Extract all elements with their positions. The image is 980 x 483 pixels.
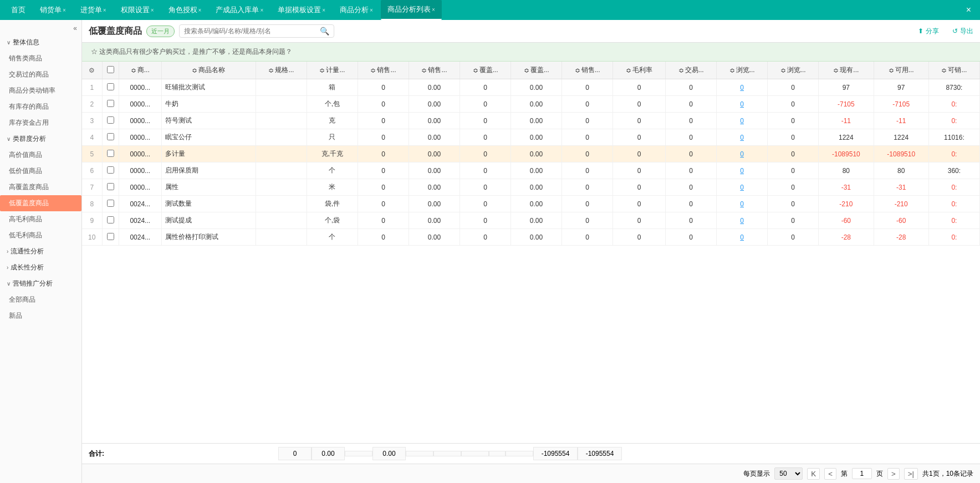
- row-checkbox[interactable]: [102, 162, 119, 179]
- row-checkbox[interactable]: [102, 146, 119, 162]
- spec-column-header[interactable]: ≎ 规格...: [256, 62, 307, 79]
- nav-close-template[interactable]: ×: [322, 7, 325, 13]
- row-browse1[interactable]: 0: [717, 229, 768, 246]
- browse2-column-header[interactable]: ≎ 浏览...: [768, 62, 819, 79]
- nav-close-analysis-list[interactable]: ×: [432, 7, 435, 13]
- row-sales-days: 0: [562, 179, 613, 196]
- row-browse1[interactable]: 0: [717, 129, 768, 146]
- nav-production[interactable]: 产成品入库单 ×: [209, 0, 270, 20]
- row-browse1[interactable]: 0: [717, 179, 768, 196]
- gross-rate-column-header[interactable]: ≎ 毛利率: [613, 62, 666, 79]
- coverage1-column-header[interactable]: ≎ 覆盖...: [460, 62, 511, 79]
- row-checkbox[interactable]: [102, 113, 119, 129]
- nav-home[interactable]: 首页: [4, 0, 32, 20]
- nav-purchase[interactable]: 进货单 ×: [74, 0, 113, 20]
- nav-close-purchase[interactable]: ×: [103, 7, 106, 13]
- row-browse1[interactable]: 0: [717, 146, 768, 162]
- sidebar-item-high-value[interactable]: 高价值商品: [0, 147, 81, 163]
- nav-permissions[interactable]: 权限设置 ×: [114, 0, 161, 20]
- row-browse1[interactable]: 0: [717, 212, 768, 229]
- row-gross-rate: 0: [613, 162, 666, 179]
- sidebar-section-flow[interactable]: › 流通性分析: [0, 243, 81, 260]
- share-button[interactable]: ⬆ 分享: [918, 27, 939, 36]
- row-checkbox[interactable]: [102, 196, 119, 212]
- sidebar-section-marketing[interactable]: ∨ 营销推广分析: [0, 276, 81, 292]
- sidebar-item-low-value[interactable]: 低价值商品: [0, 163, 81, 179]
- sidebar-item-high-margin[interactable]: 高毛利商品: [0, 211, 81, 227]
- trade-column-header[interactable]: ≎ 交易...: [666, 62, 717, 79]
- row-sales-days: 0: [562, 196, 613, 212]
- row-gross-rate: 0: [613, 196, 666, 212]
- sales-amount-column-header[interactable]: ≎ 销售...: [409, 62, 460, 79]
- nav-close-sales[interactable]: ×: [63, 7, 66, 13]
- sidebar-section-cluster[interactable]: ∨ 类群度分析: [0, 131, 81, 147]
- nav-close-product-analysis[interactable]: ×: [370, 7, 373, 13]
- sidebar-item-low-margin[interactable]: 低毛利商品: [0, 227, 81, 243]
- column-settings-icon[interactable]: ⚙: [89, 67, 95, 74]
- sidebar-item-high-coverage[interactable]: 高覆盖度商品: [0, 179, 81, 195]
- row-checkbox[interactable]: [102, 179, 119, 196]
- sidebar-collapse-button[interactable]: «: [0, 22, 81, 34]
- row-checkbox[interactable]: [102, 229, 119, 246]
- sellable-column-header[interactable]: ≎ 可销...: [928, 62, 979, 79]
- unit-column-header[interactable]: ≎ 计量...: [307, 62, 358, 79]
- export-button[interactable]: ↺ 导出: [952, 27, 973, 36]
- row-browse1[interactable]: 0: [717, 79, 768, 96]
- row-checkbox[interactable]: [102, 129, 119, 146]
- row-gross-rate: 0: [613, 179, 666, 196]
- sidebar-item-inventory-funds[interactable]: 库存资金占用: [0, 115, 81, 131]
- row-browse1[interactable]: 0: [717, 96, 768, 113]
- content-header: 低覆盖度商品 近一月 🔍 ⬆ 分享 ↺ 导出: [82, 20, 980, 43]
- sidebar-item-traded-goods[interactable]: 交易过的商品: [0, 67, 81, 83]
- row-browse1[interactable]: 0: [717, 113, 768, 129]
- name-column-header[interactable]: ≎ 商品名称: [161, 62, 256, 79]
- sidebar-item-in-stock[interactable]: 有库存的商品: [0, 99, 81, 115]
- sidebar-item-new-goods[interactable]: 新品: [0, 308, 81, 324]
- row-browse1[interactable]: 0: [717, 162, 768, 179]
- nav-analysis-list[interactable]: 商品分析列表 ×: [381, 0, 442, 20]
- sidebar-item-category-rate[interactable]: 商品分类动销率: [0, 83, 81, 99]
- per-page-select[interactable]: 50 10 20 100: [774, 467, 803, 480]
- row-coverage1: 0: [460, 113, 511, 129]
- row-spec: [256, 179, 307, 196]
- nav-sales-order[interactable]: 销货单 ×: [33, 0, 73, 20]
- nav-product-analysis[interactable]: 商品分析 ×: [333, 0, 380, 20]
- row-coverage2: 0.00: [511, 179, 562, 196]
- nav-close-permissions[interactable]: ×: [151, 7, 154, 13]
- nav-close-roles[interactable]: ×: [198, 7, 202, 13]
- nav-roles[interactable]: 角色授权 ×: [162, 0, 208, 20]
- row-checkbox[interactable]: [102, 212, 119, 229]
- row-checkbox[interactable]: [102, 79, 119, 96]
- search-input[interactable]: [184, 27, 318, 35]
- first-page-button[interactable]: K: [807, 468, 820, 480]
- time-filter-badge[interactable]: 近一月: [146, 26, 175, 37]
- sidebar-item-low-coverage[interactable]: 低覆盖度商品: [0, 195, 81, 211]
- prev-page-button[interactable]: <: [824, 468, 836, 480]
- row-browse1[interactable]: 0: [717, 196, 768, 212]
- coverage2-column-header[interactable]: ≎ 覆盖...: [511, 62, 562, 79]
- sidebar: « ∨ 整体信息 销售类商品 交易过的商品 商品分类动销率 有库存的商品 库存资…: [0, 20, 82, 483]
- code-column-header[interactable]: ≎ 商...: [119, 62, 161, 79]
- nav-window-close[interactable]: ×: [962, 5, 976, 15]
- select-all-checkbox[interactable]: [107, 66, 114, 73]
- row-browse2: 0: [768, 113, 819, 129]
- row-checkbox[interactable]: [102, 96, 119, 113]
- next-page-button[interactable]: >: [887, 468, 900, 480]
- search-icon[interactable]: 🔍: [320, 27, 329, 35]
- current-stock-column-header[interactable]: ≎ 现有...: [819, 62, 874, 79]
- sidebar-item-sales-goods[interactable]: 销售类商品: [0, 50, 81, 67]
- browse1-column-header[interactable]: ≎ 浏览...: [717, 62, 768, 79]
- last-page-button[interactable]: >|: [904, 468, 918, 480]
- page-number-input[interactable]: [852, 468, 872, 479]
- sales-days-column-header[interactable]: ≎ 销售...: [562, 62, 613, 79]
- sidebar-item-all-goods[interactable]: 全部商品: [0, 292, 81, 308]
- row-sellable: 8730:: [928, 79, 979, 96]
- nav-template[interactable]: 单据模板设置 ×: [271, 0, 332, 20]
- sidebar-section-overall[interactable]: ∨ 整体信息: [0, 34, 81, 50]
- row-sales-amount: 0.00: [409, 162, 460, 179]
- nav-close-production[interactable]: ×: [260, 7, 263, 13]
- sidebar-section-growth[interactable]: › 成长性分析: [0, 260, 81, 276]
- row-sellable: 0:: [928, 179, 979, 196]
- sales-count-column-header[interactable]: ≎ 销售...: [358, 62, 409, 79]
- available-column-header[interactable]: ≎ 可用...: [874, 62, 928, 79]
